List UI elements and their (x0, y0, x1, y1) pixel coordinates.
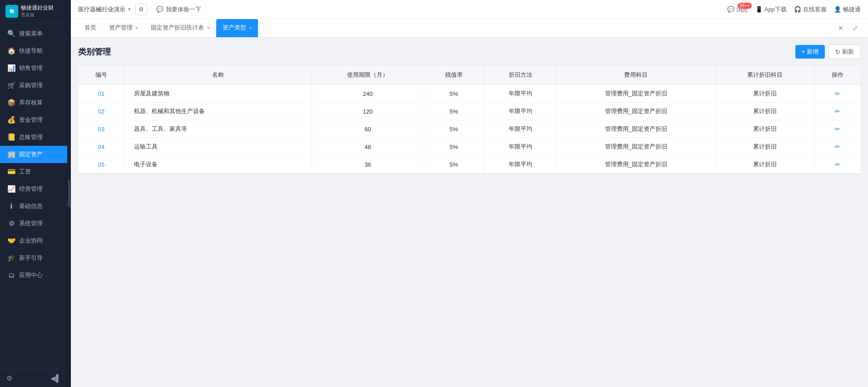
col-header-4: 折旧方法 (484, 65, 557, 85)
close-tab-button[interactable]: ✕ (835, 23, 846, 34)
new-button[interactable]: + 新增 (795, 45, 825, 59)
row-actions-0: ✏ (814, 85, 861, 103)
sidebar-item-guide[interactable]: 🎓 新手引导 (0, 249, 67, 267)
row-id-2[interactable]: 03 (78, 120, 124, 138)
sidebar-item-operation[interactable]: 📈 经营管理 (0, 180, 67, 198)
sidebar-item-inventory[interactable]: 📦 库存核算 (0, 94, 67, 111)
chat-icon: 💬 (156, 6, 164, 13)
nav-icon-operation: 📈 (7, 185, 15, 193)
user-icon: 👤 (834, 6, 841, 13)
row-expense-3: 管理费用_固定资产折旧 (557, 138, 715, 156)
nav-icon-ledger: 📒 (7, 133, 15, 141)
row-accumulated-0: 累计折旧 (715, 85, 814, 103)
nav-icon-inventory: 📦 (7, 99, 15, 107)
sidebar-item-fixed[interactable]: 🏢 固定资产 (0, 146, 67, 163)
nav-icon-purchase: 🛒 (7, 81, 15, 89)
sidebar-item-appstore[interactable]: 🗂 应用中心 (0, 267, 67, 284)
row-method-3: 年限平均 (484, 138, 557, 156)
nav-label-quicknav: 快捷导航 (19, 47, 43, 55)
customer-service-button[interactable]: 🎧 在线客服 (794, 5, 827, 14)
sidebar-item-corp[interactable]: 🤝 企业协同 (0, 232, 67, 249)
collapse-icon[interactable]: ◀▌ (50, 374, 61, 382)
row-method-4: 年限平均 (484, 156, 557, 174)
page-actions: + 新增 ↻ 刷新 (795, 45, 861, 59)
row-method-1: 年限平均 (484, 103, 557, 120)
settings-button[interactable]: ⚙ (135, 4, 147, 15)
row-accumulated-4: 累计折旧 (715, 156, 814, 174)
refresh-button[interactable]: ↻ 刷新 (828, 45, 861, 59)
gear-icon: ⚙ (139, 6, 144, 13)
row-residual-1: 5% (424, 103, 484, 120)
nav-label-guide: 新手引导 (19, 254, 43, 262)
nav-label-ledger: 总账管理 (19, 133, 43, 141)
nav-label-appstore: 应用中心 (19, 271, 43, 279)
sidebar-item-ledger[interactable]: 📒 总账管理 (0, 129, 67, 146)
table-body: 01 房屋及建筑物 240 5% 年限平均 管理费用_固定资产折旧 累计折旧 ✏… (78, 85, 861, 174)
nav-icon-system: ⚙ (7, 219, 15, 228)
app-download-button[interactable]: 📱 App下载 (755, 5, 787, 14)
nav-icon-quicknav: 🏠 (7, 47, 15, 55)
tab-close-2[interactable]: × (207, 25, 209, 30)
message-icon: 💬 (727, 6, 734, 13)
nav-label-basic: 基础信息 (19, 202, 43, 210)
table: 编号名称使用期限（月）残值率折旧方法费用科目累计折旧科目操作 01 房屋及建筑物… (78, 65, 861, 174)
sidebar-item-sales[interactable]: 📊 销售管理 (0, 60, 67, 77)
message-button[interactable]: 💬 消息 99+ (727, 5, 748, 14)
row-expense-2: 管理费用_固定资产折旧 (557, 120, 715, 138)
scrollbar-thumb (68, 180, 70, 207)
row-accumulated-2: 累计折旧 (715, 120, 814, 138)
expand-button[interactable]: ⤢ (850, 23, 861, 34)
tab-label-2: 固定资产折旧统计表 (151, 24, 204, 32)
sidebar-item-basic[interactable]: ℹ 基础信息 (0, 198, 67, 215)
settings-icon[interactable]: ⚙ (6, 374, 12, 382)
row-id-0[interactable]: 01 (78, 85, 124, 103)
company-name: 医疗器械行业演示 (78, 5, 125, 14)
row-id-4[interactable]: 05 (78, 156, 124, 174)
refresh-label: 刷新 (842, 48, 854, 56)
row-actions-4: ✏ (814, 156, 861, 174)
sidebar: 畅 畅捷通好业财 普及版 🔍 搜索菜单 🏠 快捷导航 📊 销售管理 🛒 采购管理… (0, 0, 67, 387)
row-id-3[interactable]: 04 (78, 138, 124, 156)
sidebar-item-capital[interactable]: 💰 资金管理 (0, 111, 67, 129)
col-header-7: 操作 (814, 65, 861, 85)
phone-icon: 📱 (755, 6, 763, 13)
headset-icon: 🎧 (794, 6, 801, 13)
edit-icon-2[interactable]: ✏ (835, 125, 840, 133)
nav-label-purchase: 采购管理 (19, 81, 43, 89)
tab-3[interactable]: 资产类型× (216, 19, 258, 37)
edit-icon-1[interactable]: ✏ (835, 108, 840, 115)
row-residual-3: 5% (424, 138, 484, 156)
row-method-2: 年限平均 (484, 120, 557, 138)
edit-icon-3[interactable]: ✏ (835, 143, 840, 150)
tab-1[interactable]: 资产管理× (103, 19, 144, 37)
table-row: 02 机器、机械和其他生产设备 120 5% 年限平均 管理费用_固定资产折旧 … (78, 103, 861, 120)
row-months-3: 48 (312, 138, 424, 156)
edit-icon-0[interactable]: ✏ (835, 90, 840, 97)
col-header-3: 残值率 (424, 65, 484, 85)
sidebar-nav: 🔍 搜索菜单 🏠 快捷导航 📊 销售管理 🛒 采购管理 📦 库存核算 💰 资金管… (0, 23, 67, 369)
experience-button[interactable]: 💬 我要体验一下 (152, 4, 206, 15)
tab-close-3[interactable]: × (249, 25, 252, 30)
user-menu[interactable]: 👤 畅捷通 (834, 5, 861, 14)
tab-2[interactable]: 固定资产折旧统计表× (144, 19, 216, 37)
row-accumulated-3: 累计折旧 (715, 138, 814, 156)
topbar-right: 💬 消息 99+ 📱 App下载 🎧 在线客服 👤 畅捷通 (727, 5, 861, 14)
nav-icon-corp: 🤝 (7, 237, 15, 245)
row-months-0: 240 (312, 85, 424, 103)
sidebar-item-purchase[interactable]: 🛒 采购管理 (0, 77, 67, 94)
tab-label-3: 资产类型 (223, 24, 246, 32)
nav-label-sales: 销售管理 (19, 64, 43, 72)
company-selector[interactable]: 医疗器械行业演示 ▾ (78, 5, 131, 14)
sidebar-item-salary[interactable]: 💳 工资 (0, 163, 67, 180)
sidebar-item-quicknav[interactable]: 🏠 快捷导航 (0, 42, 67, 60)
row-id-1[interactable]: 02 (78, 103, 124, 120)
sidebar-item-system[interactable]: ⚙ 系统管理 (0, 215, 67, 232)
service-label: 在线客服 (803, 5, 827, 14)
sidebar-item-search[interactable]: 🔍 搜索菜单 (0, 25, 67, 42)
tab-0[interactable]: 首页 (78, 19, 103, 37)
edit-icon-4[interactable]: ✏ (835, 161, 840, 168)
nav-label-search: 搜索菜单 (19, 30, 43, 38)
table-row: 03 器具、工具、家具等 60 5% 年限平均 管理费用_固定资产折旧 累计折旧… (78, 120, 861, 138)
tab-close-1[interactable]: × (135, 25, 138, 30)
nav-label-corp: 企业协同 (19, 237, 43, 245)
